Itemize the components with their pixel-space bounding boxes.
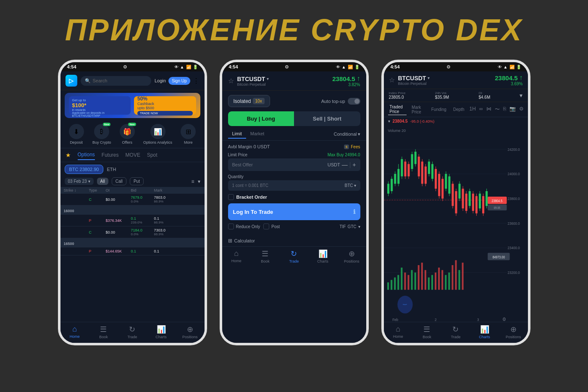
positions-icon-1: ⊕ [187, 325, 193, 334]
login-button[interactable]: Login [155, 78, 166, 83]
date-picker[interactable]: 03 Feb 23 ▾ [65, 178, 94, 185]
qa-deposit[interactable]: ⬇ Deposit [69, 124, 84, 145]
minus-icon[interactable]: — [342, 161, 348, 168]
settings-icon[interactable]: ⚙ [519, 106, 524, 113]
copy-icon[interactable]: ⎘ [503, 106, 506, 113]
limit-price-input[interactable]: Best Offer USDT — | + [228, 158, 360, 171]
tab-futures[interactable]: Futures [102, 152, 119, 160]
phone3-info-row: Index Price 23805.0 24h Vol. $35.9M OI $… [384, 89, 528, 102]
star-icon-3[interactable]: ☆ [389, 76, 395, 84]
svg-rect-95 [448, 273, 450, 290]
badge-put[interactable]: Put [130, 177, 144, 185]
chevron-down-icon: ▾ [88, 179, 90, 184]
tab-options[interactable]: Options [78, 152, 95, 160]
chart-tabs: Traded Price Mark Price Funding Depth 1H… [384, 102, 528, 117]
expand-icon[interactable]: ▾ [520, 92, 522, 99]
max-buy-value: Max Buy 24994.0 [328, 153, 360, 157]
svg-rect-84 [411, 270, 412, 290]
qa-buy-crypto[interactable]: ₿ New Buy Crypto [92, 124, 111, 145]
isolated-button[interactable]: Isolated 10x [228, 95, 270, 107]
chevron-down-icon-5[interactable]: ▾ [358, 224, 360, 229]
signup-button[interactable]: Sign Up [168, 77, 190, 85]
nav-charts-1[interactable]: 📊 Charts [147, 325, 176, 340]
nav-charts-3[interactable]: 📊 Charts [470, 325, 499, 340]
tab-limit[interactable]: Limit [228, 129, 246, 139]
banner-btn[interactable]: Signup Now [72, 117, 128, 118]
bracket-order-row: Bracket Order [228, 194, 360, 200]
up-arrow-3: ↑ [520, 74, 523, 82]
options-table: Strike ↕ Type OI Bid Mark C $0.00 7679.0… [60, 187, 205, 322]
nav-home-3[interactable]: ⌂ Home [384, 325, 413, 340]
nav-positions-2[interactable]: ⊕ Positions [337, 249, 366, 265]
collapse-btn[interactable]: ▾ [388, 119, 390, 124]
auto-top-toggle[interactable] [348, 98, 360, 105]
nav-positions-1[interactable]: ⊕ Positions [176, 325, 205, 340]
buy-long-button[interactable]: Buy | Long [228, 111, 294, 126]
bracket-checkbox[interactable] [228, 194, 234, 200]
btc-filter[interactable]: BTC 23802.90 [65, 165, 104, 174]
tab-move[interactable]: MOVE [126, 152, 140, 160]
layers-icon[interactable]: ≡ [191, 179, 194, 184]
coin-name-2: BTCUSDT [237, 76, 265, 82]
nav-charts-label-3: Charts [479, 335, 490, 339]
tab-traded-price[interactable]: Traded Price [388, 104, 407, 115]
nav-trade-2[interactable]: ↻ Trade [280, 249, 309, 265]
timeframe-00[interactable]: ∞ [479, 106, 483, 113]
tab-funding[interactable]: Funding [430, 106, 448, 113]
qty-input[interactable]: 1 cont = 0.001 BTC BTC ▾ [228, 180, 360, 191]
plus-icon[interactable]: + [352, 161, 356, 168]
qa-offers[interactable]: 🎁 New Offers [120, 124, 135, 145]
star-icon-2[interactable]: ☆ [228, 77, 234, 85]
tab-conditional[interactable]: Conditional ▾ [333, 129, 360, 139]
more-icon[interactable]: ⋮ [193, 77, 200, 85]
nav-positions-3[interactable]: ⊕ Positions [499, 325, 528, 340]
coin-dropdown-3[interactable]: ▾ [428, 76, 430, 80]
chevron-down-icon2[interactable]: ▾ [198, 179, 200, 184]
nav-charts-2[interactable]: 📊 Charts [308, 249, 337, 265]
nav-trade-3[interactable]: ↻ Trade [441, 325, 470, 340]
badge-all[interactable]: All [97, 178, 108, 185]
table-row[interactable]: C $0.00 7679.00.0% 7803.086.9% [60, 194, 205, 205]
wave-icon[interactable]: 〜 [495, 106, 500, 113]
star-icon[interactable]: ★ [66, 152, 71, 160]
table-row[interactable]: C $0.00 7184.00.0% 7303.086.9% [60, 226, 205, 238]
nav-home-1[interactable]: ⌂ Home [60, 325, 89, 340]
cell-bid4: 0.1 [131, 249, 154, 253]
qa-more[interactable]: ⊞ More [181, 124, 196, 145]
sell-short-button[interactable]: Sell | Short [294, 111, 360, 126]
badge-call[interactable]: Call [112, 177, 126, 185]
reduce-only-checkbox[interactable] [228, 224, 234, 229]
indicator-icon[interactable]: ⋈ [486, 106, 491, 113]
nav-book-3[interactable]: ☰ Book [412, 325, 441, 340]
login-trade-button[interactable]: Log In To Trade ℹ [228, 203, 360, 220]
post-checkbox[interactable] [263, 224, 269, 229]
eth-filter[interactable]: ETH [107, 167, 116, 172]
banner-trade-btn[interactable]: TRADE NOW [137, 111, 193, 116]
search-box[interactable]: 🔍 Search [81, 76, 152, 86]
svg-text:23400.0: 23400.0 [507, 246, 520, 250]
nav-home-2[interactable]: ⌂ Home [222, 249, 251, 265]
nav-trade-1[interactable]: ↻ Trade [118, 325, 147, 340]
calculator-row[interactable]: ⊞ Calculator [222, 235, 366, 246]
index-price-val: 23805.0 [389, 95, 406, 100]
tab-mark-price[interactable]: Mark Price [410, 104, 426, 115]
nav-book-2[interactable]: ☰ Book [251, 249, 280, 265]
table-row[interactable]: P $376.34K 0.1239.0% 0.186.9% [60, 215, 205, 226]
tab-spot[interactable]: Spot [147, 152, 158, 160]
tab-market[interactable]: Market [246, 129, 269, 139]
usdt-label: USDT [328, 162, 340, 167]
banner-amount: $100* [72, 102, 128, 108]
camera-icon[interactable]: 📷 [509, 106, 516, 113]
nav-book-1[interactable]: ☰ Book [89, 325, 118, 340]
cell-type3: C [89, 230, 106, 234]
reduce-only-item: Reduce Only [228, 224, 260, 229]
coin-dropdown-icon[interactable]: ▾ [267, 76, 269, 81]
timeframe-1h[interactable]: 1H [470, 106, 476, 113]
fees-button[interactable]: Fees [351, 145, 360, 149]
volume-label-row: Volume 20 [384, 125, 528, 134]
qa-options-analytics[interactable]: 📊 Options Analytics [143, 124, 172, 145]
tab-depth[interactable]: Depth [452, 106, 466, 113]
table-row[interactable]: P $144.65K 0.1 0.1 [60, 247, 205, 255]
info-icon: ℹ [353, 208, 355, 215]
qty-label: Quantity [228, 174, 360, 179]
